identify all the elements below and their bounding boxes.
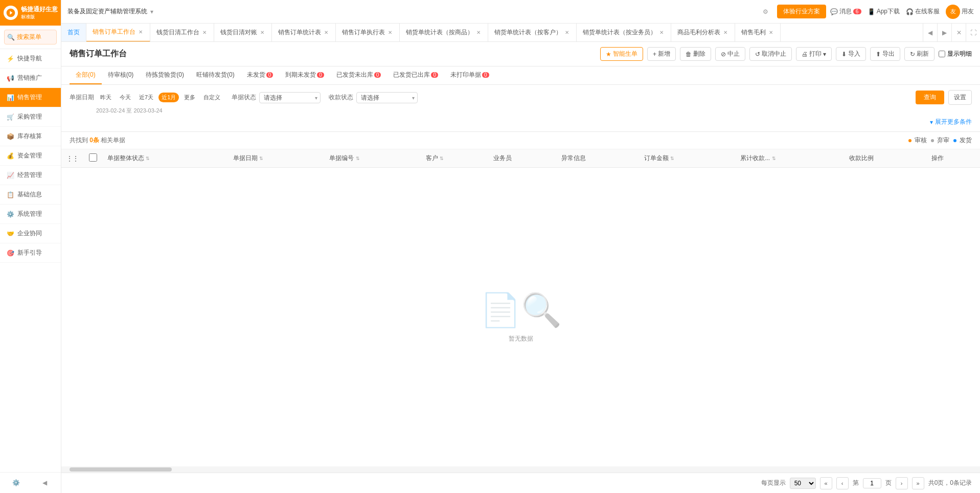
data-table: ⋮⋮ 单据整体状态 ⇅ 单据日期 ⇅ 单据编号 ⇅ <box>61 149 980 168</box>
sidebar-item-inventory[interactable]: 📦 库存核算 <box>0 127 61 146</box>
sidebar-item-operations[interactable]: 📈 经营管理 <box>0 166 61 185</box>
show-detail-checkbox[interactable] <box>939 51 945 57</box>
message-btn[interactable]: 💬 消息 6 <box>830 7 861 16</box>
export-btn[interactable]: ⬆ 导出 <box>870 47 900 61</box>
filter-date-range: 2023-02-24 至 2023-03-24 <box>96 107 163 115</box>
smart-create-btn[interactable]: ★ 智能生单 <box>600 47 643 61</box>
sort-number-icon: ⇅ <box>356 156 360 161</box>
sub-tab-pending-review[interactable]: 待审核(0) <box>102 66 140 84</box>
sub-tab-all[interactable]: 全部(0) <box>70 66 102 84</box>
sub-tab-shipped-not-out[interactable]: 已发货未出库0 <box>330 66 388 84</box>
table-action-btns: 审核 弃审 发货 <box>908 136 972 145</box>
system-icon: ⚙️ <box>6 210 14 218</box>
app-download-btn[interactable]: 📱 App下载 <box>868 7 900 16</box>
tab-sales-stat[interactable]: 销售订单统计表 ✕ <box>272 24 336 42</box>
sub-tab-wangpu[interactable]: 旺铺待发货(0) <box>190 66 241 84</box>
tab-home[interactable]: 首页 <box>61 24 86 42</box>
delete-btn[interactable]: 🗑 删除 <box>680 47 711 61</box>
tab-fullscreen-btn[interactable]: ⛶ <box>966 24 980 42</box>
ship-btn[interactable]: 发货 <box>953 136 972 145</box>
tab-close-sales-customer[interactable]: ✕ <box>564 29 570 36</box>
tab-sales-workbench[interactable]: 销售订单工作台 ✕ <box>86 24 150 42</box>
tab-close-gross-margin[interactable]: ✕ <box>722 29 728 36</box>
tab-close-sales-stat[interactable]: ✕ <box>323 29 329 36</box>
col-checkbox <box>84 149 102 168</box>
cancel-stop-btn[interactable]: ↺ 取消中止 <box>749 47 792 61</box>
topbar-gear-btn[interactable]: ⚙ <box>759 5 773 19</box>
online-service-btn[interactable]: 🎧 在线客服 <box>906 7 940 16</box>
sidebar-item-guide[interactable]: 🎯 新手引导 <box>0 243 61 263</box>
tab-sales-customer[interactable]: 销货单统计表（按客户） ✕ <box>488 24 577 42</box>
settings-btn[interactable]: 设置 <box>948 90 972 105</box>
date-btn-yesterday[interactable]: 昨天 <box>97 93 115 102</box>
status-select[interactable]: 请选择 <box>259 92 321 103</box>
import-btn[interactable]: ⬇ 导入 <box>836 47 866 61</box>
tab-sales-more[interactable]: 销售毛利 ✕ <box>735 24 781 42</box>
review-btn[interactable]: 审核 <box>908 136 927 145</box>
date-btn-more[interactable]: 更多 <box>181 93 198 102</box>
sidebar-item-purchase[interactable]: 🛒 采购管理 <box>0 107 61 127</box>
pay-status-select[interactable]: 请选择 <box>356 92 418 103</box>
tab-close-sales-staff[interactable]: ✕ <box>658 29 665 36</box>
horizontal-scrollbar[interactable] <box>61 466 980 473</box>
sidebar-collapse-btn[interactable]: ◀ <box>33 477 57 489</box>
user-btn[interactable]: 友 用友 <box>946 5 974 19</box>
tab-scroll-right-btn[interactable]: ▶ <box>937 24 951 42</box>
print-btn[interactable]: 🖨 打印 ▾ <box>796 47 832 61</box>
tab-close-sales-exec[interactable]: ✕ <box>387 29 393 36</box>
tab-sales-staff[interactable]: 销货单统计表（按业务员） ✕ <box>577 24 671 42</box>
page-first-btn[interactable]: « <box>820 477 832 489</box>
page-input[interactable] <box>863 478 881 488</box>
tab-close-sales-workbench[interactable]: ✕ <box>138 29 144 35</box>
query-btn[interactable]: 查询 <box>916 91 944 104</box>
tab-close-all-btn[interactable]: ✕ <box>951 24 966 42</box>
select-all-checkbox[interactable] <box>89 153 97 162</box>
not-shipped-badge: 0 <box>266 72 274 78</box>
sidebar-item-quick[interactable]: ⚡ 快捷导航 <box>0 49 61 69</box>
scroll-thumb[interactable] <box>70 467 172 472</box>
un-review-btn[interactable]: 弃审 <box>931 136 949 145</box>
tab-sales-exec[interactable]: 销售订单执行表 ✕ <box>336 24 400 42</box>
expand-conditions-btn[interactable]: ▾ 展开更多条件 <box>930 118 972 126</box>
industry-plan-btn[interactable]: 体验行业方案 <box>777 5 826 18</box>
star-icon: ★ <box>606 51 611 58</box>
refresh-btn[interactable]: ↻ 刷新 <box>904 47 935 61</box>
tab-cash-reconcile[interactable]: 钱货日清对账 ✕ <box>214 24 272 42</box>
sidebar-item-basic[interactable]: 📋 基础信息 <box>0 185 61 205</box>
stop-btn[interactable]: ⊘ 中止 <box>715 47 745 61</box>
sidebar-item-enterprise[interactable]: 🤝 企业协同 <box>0 224 61 243</box>
tab-gross-margin[interactable]: 商品毛利分析表 ✕ <box>671 24 735 42</box>
sub-tab-not-printed[interactable]: 未打印单据0 <box>444 66 495 84</box>
table-header-row: ⋮⋮ 单据整体状态 ⇅ 单据日期 ⇅ 单据编号 ⇅ <box>61 149 980 168</box>
date-btn-1month[interactable]: 近1月 <box>158 93 179 102</box>
sub-tab-overdue[interactable]: 到期未发货0 <box>279 66 330 84</box>
sub-tab-not-shipped[interactable]: 未发货0 <box>241 66 280 84</box>
date-btn-today[interactable]: 今天 <box>117 93 134 102</box>
date-btn-7days[interactable]: 近7天 <box>136 93 156 102</box>
sub-tabs: 全部(0) 待审核(0) 待拣货验货(0) 旺铺待发货(0) 未发货0 到期未发… <box>61 66 980 85</box>
tab-sales-product[interactable]: 销货单统计表（按商品） ✕ <box>400 24 488 42</box>
tab-close-sales-product[interactable]: ✕ <box>475 29 482 36</box>
filter-status-item: 单据状态 请选择 <box>232 92 321 103</box>
page-last-btn[interactable]: » <box>912 477 924 489</box>
sub-tab-pending-check[interactable]: 待拣货验货(0) <box>140 66 190 84</box>
sidebar-item-finance[interactable]: 💰 资金管理 <box>0 146 61 166</box>
print-icon: 🖨 <box>802 51 808 58</box>
tab-close-sales-more[interactable]: ✕ <box>768 29 774 36</box>
date-filter-label: 单据日期 <box>70 93 94 102</box>
sub-tab-shipped-out[interactable]: 已发货已出库0 <box>387 66 444 84</box>
page-size-select[interactable]: 50 10 20 100 <box>790 478 816 489</box>
search-menu-btn[interactable]: 🔍 搜索菜单 <box>4 30 57 44</box>
tab-close-cash-daily[interactable]: ✕ <box>201 29 208 36</box>
sidebar-item-system[interactable]: ⚙️ 系统管理 <box>0 205 61 224</box>
page-next-btn[interactable]: › <box>896 477 908 489</box>
sidebar-item-marketing[interactable]: 📢 营销推广 <box>0 69 61 88</box>
sidebar-item-sales[interactable]: 📊 销售管理 <box>0 88 61 107</box>
tab-scroll-left-btn[interactable]: ◀ <box>923 24 937 42</box>
page-prev-btn[interactable]: ‹ <box>836 477 849 489</box>
tab-cash-daily[interactable]: 钱货日清工作台 ✕ <box>150 24 214 42</box>
tab-close-cash-reconcile[interactable]: ✕ <box>259 29 265 36</box>
sidebar-settings-btn[interactable]: ⚙️ <box>4 477 29 489</box>
date-btn-custom[interactable]: 自定义 <box>200 93 223 102</box>
add-btn[interactable]: + 新增 <box>647 47 676 61</box>
